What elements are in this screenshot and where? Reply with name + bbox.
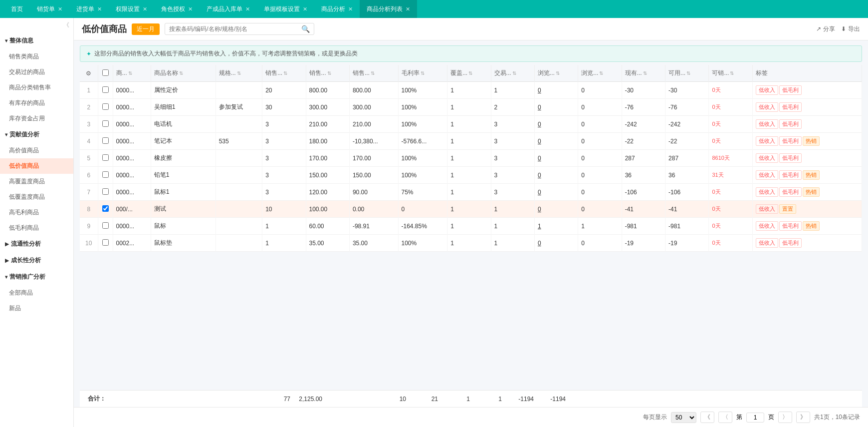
- th-sale-amount[interactable]: 销售...⇅: [349, 65, 398, 82]
- view-link[interactable]: 0: [538, 121, 541, 128]
- row-checkbox[interactable]: [102, 188, 109, 195]
- sidebar-item-sales-goods[interactable]: 销售类商品: [0, 49, 73, 64]
- nav-permission[interactable]: 权限设置 ✕: [109, 0, 154, 18]
- nav-product-analysis-list[interactable]: 商品分析列表 ✕: [360, 0, 417, 18]
- sidebar-group-marketing[interactable]: ▾ 营销推广分析: [0, 269, 73, 285]
- sidebar-item-traded-goods[interactable]: 交易过的商品: [0, 64, 73, 80]
- row-days: 31天: [709, 167, 752, 184]
- nav-product-analysis[interactable]: 商品分析 ✕: [314, 0, 360, 18]
- row-code: 0000...: [113, 167, 151, 184]
- page-first-btn[interactable]: 《: [700, 412, 714, 423]
- sidebar-item-all-goods[interactable]: 全部商品: [0, 285, 73, 301]
- view-link[interactable]: 0: [538, 240, 541, 247]
- row-sale-qty: 3: [262, 167, 306, 184]
- sidebar-group-liquidity[interactable]: ▶ 流通性分析: [0, 236, 73, 252]
- sidebar-item-low-coverage[interactable]: 低覆盖度商品: [0, 189, 73, 205]
- sidebar-item-stock-goods[interactable]: 有库存的商品: [0, 95, 73, 111]
- th-current-stock[interactable]: 现有...⇅: [622, 65, 665, 82]
- sidebar-item-high-value[interactable]: 高价值商品: [0, 143, 73, 158]
- row-checkbox[interactable]: [102, 86, 109, 93]
- nav-close-template[interactable]: ✕: [303, 6, 307, 12]
- view-link[interactable]: 0: [538, 155, 541, 162]
- filter-button[interactable]: 近一月: [132, 23, 160, 35]
- sidebar-group-contribution[interactable]: ▾ 贡献值分析: [0, 126, 73, 143]
- page-last-btn[interactable]: 》: [796, 412, 810, 423]
- sidebar-collapse-btn[interactable]: 《: [0, 18, 73, 32]
- view-link[interactable]: 0: [538, 138, 541, 145]
- footer-view1: 1: [443, 396, 473, 403]
- nav-close-sales[interactable]: ✕: [58, 6, 62, 12]
- nav-close-product-storage[interactable]: ✕: [245, 6, 250, 12]
- th-coverage[interactable]: 覆盖...⇅: [447, 65, 491, 82]
- view-link[interactable]: 0: [538, 87, 541, 94]
- nav-close-permission[interactable]: ✕: [143, 6, 147, 12]
- row-checkbox[interactable]: [102, 222, 109, 229]
- sidebar-group-growth[interactable]: ▶ 成长性分析: [0, 252, 73, 269]
- sidebar-item-low-value[interactable]: 低价值商品: [0, 158, 73, 174]
- row-tags: 低收入低毛利: [752, 82, 862, 99]
- th-settings[interactable]: ⚙: [80, 65, 98, 82]
- nav-close-purchase[interactable]: ✕: [97, 6, 102, 12]
- row-view2: 0: [578, 133, 622, 150]
- row-num: 5: [80, 150, 98, 167]
- nav-close-role[interactable]: ✕: [188, 6, 193, 12]
- row-checkbox[interactable]: [102, 154, 109, 161]
- page-prev-btn[interactable]: 〈: [718, 412, 732, 423]
- row-checkbox[interactable]: [102, 171, 109, 178]
- th-code[interactable]: 商...⇅: [113, 65, 151, 82]
- select-all-checkbox[interactable]: [102, 69, 109, 76]
- search-input[interactable]: [169, 25, 301, 32]
- search-icon[interactable]: 🔍: [301, 25, 310, 33]
- view-link[interactable]: 0: [538, 104, 541, 111]
- sidebar-item-low-margin[interactable]: 低毛利商品: [0, 220, 73, 236]
- th-view2[interactable]: 浏览...⇅: [578, 65, 622, 82]
- nav-home[interactable]: 首页: [4, 0, 30, 18]
- sidebar-item-high-margin[interactable]: 高毛利商品: [0, 205, 73, 220]
- table-row: 4 0000... 笔记本 535 3 180.00 -10,380... -5…: [80, 133, 862, 150]
- row-checkbox[interactable]: [102, 205, 109, 212]
- nav-purchase[interactable]: 进货单 ✕: [69, 0, 109, 18]
- th-gross-margin[interactable]: 毛利率⇅: [398, 65, 447, 82]
- th-spec[interactable]: 规格...⇅: [216, 65, 262, 82]
- share-button[interactable]: ↗ 分享: [816, 25, 835, 33]
- th-tags: 标签: [752, 65, 862, 82]
- th-sale-qty[interactable]: 销售...⇅: [262, 65, 306, 82]
- sidebar-item-category-rate[interactable]: 商品分类销售率: [0, 80, 73, 95]
- nav-close-product-analysis[interactable]: ✕: [348, 6, 353, 12]
- row-num: 4: [80, 133, 98, 150]
- nav-product-storage[interactable]: 产成品入库单 ✕: [200, 0, 257, 18]
- row-num: 8: [80, 201, 98, 218]
- view-link[interactable]: 0: [538, 172, 541, 179]
- nav-close-product-analysis-list[interactable]: ✕: [406, 6, 410, 12]
- th-name[interactable]: 商品名称⇅: [151, 65, 216, 82]
- th-saleable[interactable]: 可销...⇅: [709, 65, 752, 82]
- th-available-stock[interactable]: 可用...⇅: [665, 65, 709, 82]
- th-sale-price[interactable]: 销售...⇅: [306, 65, 349, 82]
- row-current-stock: -22: [622, 133, 665, 150]
- tip-icon: ✦: [86, 50, 91, 57]
- nav-sales-order[interactable]: 销货单 ✕: [30, 0, 69, 18]
- table-container[interactable]: ⚙ 商...⇅ 商品名称⇅ 规格...⇅ 销售...⇅ 销售...⇅ 销售...…: [80, 65, 862, 390]
- sidebar-item-stock-fund[interactable]: 库存资金占用: [0, 111, 73, 126]
- row-checkbox[interactable]: [102, 239, 109, 246]
- row-checkbox[interactable]: [102, 120, 109, 127]
- nav-template[interactable]: 单据模板设置 ✕: [257, 0, 314, 18]
- sidebar-group-overall[interactable]: ▾ 整体信息: [0, 32, 73, 49]
- nav-role[interactable]: 角色授权 ✕: [154, 0, 200, 18]
- sidebar-item-high-coverage[interactable]: 高覆盖度商品: [0, 174, 73, 189]
- view-link[interactable]: 0: [538, 206, 541, 213]
- th-transaction[interactable]: 交易...⇅: [491, 65, 534, 82]
- sidebar-item-new-goods[interactable]: 新品: [0, 301, 73, 316]
- th-view1[interactable]: 浏览...⇅: [534, 65, 578, 82]
- row-num: 1: [80, 82, 98, 99]
- row-checkbox[interactable]: [102, 137, 109, 144]
- page-input[interactable]: [746, 413, 764, 423]
- view-link[interactable]: 0: [538, 189, 541, 196]
- row-current-stock: -30: [622, 82, 665, 99]
- view-link[interactable]: 1: [538, 223, 541, 230]
- row-code: 0002...: [113, 235, 151, 252]
- page-next-btn[interactable]: 〉: [778, 412, 792, 423]
- export-button[interactable]: ⬇ 导出: [841, 25, 860, 33]
- page-size-select[interactable]: 50 100: [671, 412, 696, 423]
- row-checkbox[interactable]: [102, 103, 109, 110]
